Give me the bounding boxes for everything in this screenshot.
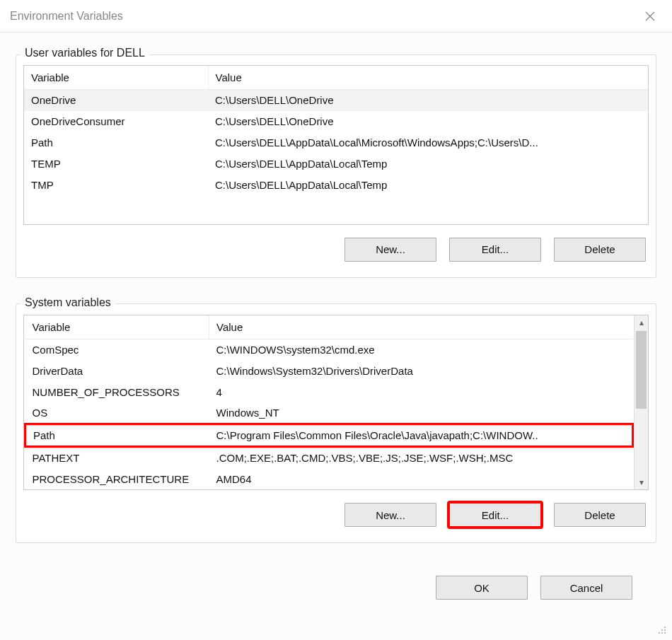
table-row[interactable]: TEMPC:\Users\DELL\AppData\Local\Temp	[24, 153, 648, 175]
dialog-content: User variables for DELL Variable Value O…	[0, 33, 672, 640]
table-row[interactable]: NUMBER_OF_PROCESSORS4	[25, 381, 633, 402]
close-icon[interactable]	[638, 4, 662, 28]
system-delete-button[interactable]: Delete	[554, 503, 646, 527]
svg-point-1	[661, 629, 663, 631]
svg-point-3	[659, 632, 660, 634]
table-row[interactable]: TMPC:\Users\DELL\AppData\Local\Temp	[24, 175, 648, 196]
cell-variable: PATHEXT	[25, 447, 209, 469]
svg-point-5	[664, 632, 666, 634]
user-delete-button[interactable]: Delete	[554, 238, 646, 262]
cell-value: C:\Users\DELL\AppData\Local\Temp	[208, 153, 648, 175]
user-col-value[interactable]: Value	[208, 66, 648, 90]
cell-value: C:\Users\DELL\OneDrive	[208, 111, 648, 132]
table-row[interactable]: OSWindows_NT	[25, 402, 633, 424]
user-variables-table-wrap: Variable Value OneDriveC:\Users\DELL\One…	[23, 65, 649, 225]
cell-variable: TEMP	[24, 153, 208, 175]
cell-value: C:\Users\DELL\AppData\Local\Microsoft\Wi…	[208, 132, 648, 153]
system-variables-group: System variables Variable Value ComSpecC…	[16, 298, 656, 544]
svg-point-4	[661, 632, 663, 634]
cell-variable: OS	[25, 402, 209, 424]
cancel-button[interactable]: Cancel	[540, 576, 632, 600]
user-variables-group: User variables for DELL Variable Value O…	[16, 48, 656, 278]
user-variables-table[interactable]: Variable Value OneDriveC:\Users\DELL\One…	[24, 66, 648, 196]
system-variables-table[interactable]: Variable Value ComSpecC:\WINDOWS\system3…	[24, 315, 634, 490]
user-new-button[interactable]: New...	[344, 238, 436, 262]
system-col-variable[interactable]: Variable	[25, 315, 209, 339]
svg-point-0	[664, 627, 666, 628]
table-row[interactable]: OneDriveConsumerC:\Users\DELL\OneDrive	[24, 111, 648, 132]
cell-value: C:\Program Files\Common Files\Oracle\Jav…	[209, 424, 633, 447]
cell-variable: ComSpec	[25, 339, 209, 360]
cell-value: C:\Users\DELL\AppData\Local\Temp	[208, 175, 648, 196]
scroll-down-icon[interactable]: ▾	[635, 475, 648, 489]
cell-value: C:\Windows\System32\Drivers\DriverData	[209, 360, 633, 381]
user-variables-legend: User variables for DELL	[21, 47, 149, 59]
user-variables-buttons: New... Edit... Delete	[16, 225, 656, 277]
cell-variable: TMP	[24, 175, 208, 196]
cell-variable: OneDrive	[24, 90, 208, 111]
system-scrollbar[interactable]: ▴ ▾	[634, 315, 648, 490]
cell-variable: DriverData	[25, 360, 209, 381]
titlebar: Environment Variables	[0, 0, 672, 33]
cell-value: C:\WINDOWS\system32\cmd.exe	[209, 339, 633, 360]
table-row[interactable]: PathC:\Users\DELL\AppData\Local\Microsof…	[24, 132, 648, 153]
scroll-thumb[interactable]	[636, 331, 647, 409]
cell-variable: Path	[25, 424, 209, 447]
user-col-variable[interactable]: Variable	[24, 66, 208, 90]
cell-variable: Path	[24, 132, 208, 153]
cell-variable: OneDriveConsumer	[24, 111, 208, 132]
cell-variable: PROCESSOR_ARCHITECTURE	[25, 468, 209, 489]
table-header-row: Variable Value	[25, 315, 633, 339]
system-variables-legend: System variables	[21, 296, 115, 309]
cell-value: C:\Users\DELL\OneDrive	[208, 90, 648, 111]
user-edit-button[interactable]: Edit...	[449, 238, 541, 262]
cell-value: AMD64	[209, 468, 633, 489]
scroll-up-icon[interactable]: ▴	[635, 315, 648, 330]
system-new-button[interactable]: New...	[344, 503, 436, 527]
table-row[interactable]: DriverDataC:\Windows\System32\Drivers\Dr…	[25, 360, 633, 381]
system-variables-table-wrap: Variable Value ComSpecC:\WINDOWS\system3…	[23, 315, 649, 491]
system-edit-button[interactable]: Edit...	[449, 503, 541, 527]
cell-value: Windows_NT	[209, 402, 633, 424]
table-row[interactable]: PathC:\Program Files\Common Files\Oracle…	[25, 424, 633, 447]
table-row[interactable]: PROCESSOR_ARCHITECTUREAMD64	[25, 468, 633, 489]
table-row[interactable]: ComSpecC:\WINDOWS\system32\cmd.exe	[25, 339, 633, 360]
table-row[interactable]: PATHEXT.COM;.EXE;.BAT;.CMD;.VBS;.VBE;.JS…	[25, 447, 633, 469]
svg-point-2	[664, 629, 666, 631]
cell-value: 4	[209, 381, 633, 402]
cell-variable: NUMBER_OF_PROCESSORS	[25, 381, 209, 402]
system-variables-buttons: New... Edit... Delete	[16, 490, 656, 542]
system-col-value[interactable]: Value	[209, 315, 633, 339]
ok-button[interactable]: OK	[436, 576, 528, 600]
table-row[interactable]: OneDriveC:\Users\DELL\OneDrive	[24, 90, 648, 111]
dialog-buttons: OK Cancel	[16, 563, 656, 600]
table-header-row: Variable Value	[24, 66, 648, 90]
resize-grip-icon[interactable]	[655, 623, 668, 636]
cell-value: .COM;.EXE;.BAT;.CMD;.VBS;.VBE;.JS;.JSE;.…	[209, 447, 633, 469]
window-title: Environment Variables	[10, 10, 123, 23]
